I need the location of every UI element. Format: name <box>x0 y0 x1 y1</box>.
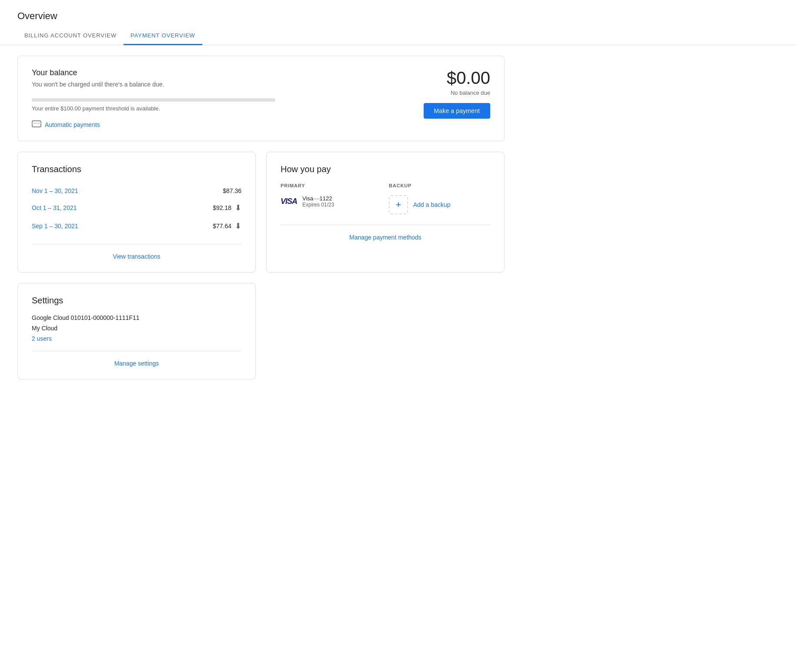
svg-rect-1 <box>32 123 41 124</box>
settings-card: Settings Google Cloud 010101-000000-1111… <box>17 283 256 379</box>
balance-title: Your balance <box>32 68 424 77</box>
manage-payment-methods-link[interactable]: Manage payment methods <box>281 234 490 241</box>
settings-account-id: Google Cloud 010101-000000-1111F11 <box>32 314 241 321</box>
backup-payment-section: BACKUP + Add a backup <box>389 183 490 214</box>
balance-status: No balance due <box>424 90 490 96</box>
card-number: Visa····1122 <box>302 195 334 202</box>
transaction-period-link-2[interactable]: Oct 1 – 31, 2021 <box>32 204 77 211</box>
download-icon-2[interactable]: ⬇ <box>235 221 241 231</box>
transaction-amount-1: $87.36 <box>223 187 241 194</box>
auto-payments-link[interactable]: Automatic payments <box>32 120 100 129</box>
auto-payments-label: Automatic payments <box>45 121 100 128</box>
balance-right: $0.00 No balance due Make a payment <box>424 68 490 119</box>
transactions-card: Transactions Nov 1 – 30, 2021 $87.36 Oct… <box>17 152 256 273</box>
balance-subtitle: You won't be charged until there's a bal… <box>32 81 424 88</box>
visa-logo: VISA <box>281 197 297 206</box>
tab-payment-overview[interactable]: PAYMENT OVERVIEW <box>124 27 202 45</box>
add-backup-button[interactable]: + <box>389 195 408 214</box>
tab-billing-overview[interactable]: BILLING ACCOUNT OVERVIEW <box>17 27 124 45</box>
bottom-right-placeholder <box>266 283 505 390</box>
transaction-amount-2: $92.18 ⬇ <box>213 203 241 213</box>
balance-amount: $0.00 <box>424 68 490 88</box>
bottom-row: Settings Google Cloud 010101-000000-1111… <box>17 283 505 390</box>
settings-account-name: My Cloud <box>32 325 241 332</box>
balance-left: Your balance You won't be charged until … <box>32 68 424 129</box>
main-content: Your balance You won't be charged until … <box>0 45 522 400</box>
table-row: Nov 1 – 30, 2021 $87.36 <box>32 183 241 199</box>
card-expiry: Expires 01/23 <box>302 202 334 208</box>
transaction-amount-3: $77.64 ⬇ <box>213 221 241 231</box>
balance-card: Your balance You won't be charged until … <box>17 56 505 141</box>
table-row: Oct 1 – 31, 2021 $92.18 ⬇ <box>32 199 241 217</box>
transactions-title: Transactions <box>32 164 241 174</box>
make-payment-button[interactable]: Make a payment <box>424 103 490 119</box>
primary-payment: VISA Visa····1122 Expires 01/23 <box>281 195 382 208</box>
how-you-pay-title: How you pay <box>281 164 490 174</box>
credit-card-icon <box>32 120 41 129</box>
view-transactions-link[interactable]: View transactions <box>32 253 241 260</box>
balance-footer: Automatic payments <box>32 120 424 129</box>
manage-settings-link[interactable]: Manage settings <box>32 360 241 367</box>
primary-payment-section: PRIMARY VISA Visa····1122 Expires 01/23 <box>281 183 382 214</box>
divider <box>32 351 241 351</box>
add-backup-link[interactable]: Add a backup <box>413 201 451 208</box>
two-column-section: Transactions Nov 1 – 30, 2021 $87.36 Oct… <box>17 152 505 283</box>
table-row: Sep 1 – 30, 2021 $77.64 ⬇ <box>32 217 241 235</box>
page-title: Overview <box>0 0 796 27</box>
progress-bar-container <box>32 98 275 102</box>
download-icon-1[interactable]: ⬇ <box>235 203 241 213</box>
transaction-period-link-3[interactable]: Sep 1 – 30, 2021 <box>32 223 78 230</box>
payment-columns: PRIMARY VISA Visa····1122 Expires 01/23 … <box>281 183 490 214</box>
divider <box>32 244 241 244</box>
progress-bar-bg <box>32 98 275 102</box>
transaction-period-link-1[interactable]: Nov 1 – 30, 2021 <box>32 187 78 194</box>
backup-label: BACKUP <box>389 183 490 188</box>
settings-title: Settings <box>32 296 241 306</box>
backup-payment: + Add a backup <box>389 195 490 214</box>
settings-users-link[interactable]: 2 users <box>32 335 52 342</box>
primary-label: PRIMARY <box>281 183 382 188</box>
tabs-bar: BILLING ACCOUNT OVERVIEW PAYMENT OVERVIE… <box>0 27 796 45</box>
threshold-text: Your entire $100.00 payment threshold is… <box>32 105 424 112</box>
divider <box>281 225 490 225</box>
how-you-pay-card: How you pay PRIMARY VISA Visa····1122 Ex… <box>266 152 505 273</box>
card-details: Visa····1122 Expires 01/23 <box>302 195 334 208</box>
